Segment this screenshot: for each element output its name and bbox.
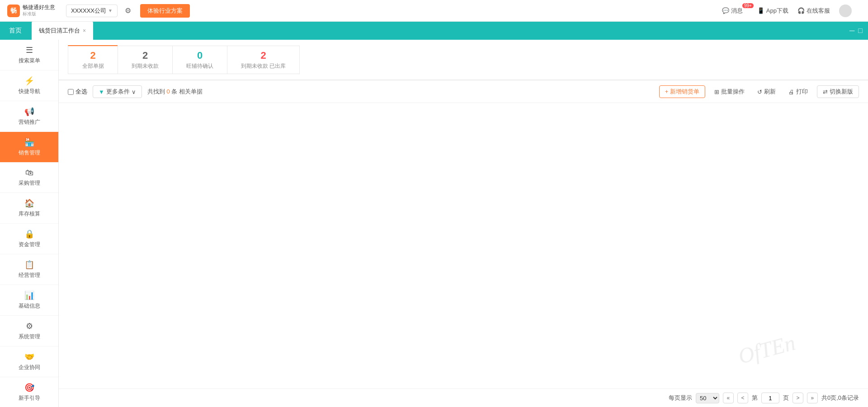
experience-button[interactable]: 体验行业方案 bbox=[140, 4, 190, 18]
inventory-label: 库存核算 bbox=[19, 210, 40, 218]
avatar[interactable] bbox=[839, 5, 852, 17]
messages-button[interactable]: 💬 消息 99+ bbox=[722, 7, 748, 15]
next-page-button[interactable]: > bbox=[793, 393, 803, 403]
main-layout: ☰ 搜索菜单 ⚡ 快捷导航 📢 营销推广 🏪 销售管理 🛍 采购管理 🏠 库存核… bbox=[0, 40, 868, 407]
sidebar-item-quick-nav[interactable]: ⚡ 快捷导航 bbox=[0, 70, 58, 101]
tab-active-label: 钱货日清工作台 bbox=[39, 27, 80, 35]
all-count: 2 bbox=[90, 50, 95, 61]
switch-icon: ⇄ bbox=[823, 89, 828, 95]
system-label: 系统管理 bbox=[19, 333, 40, 341]
toolbar: 全选 ▼ 更多条件 ∨ 共找到 0 条 相关单据 + 新增销货单 ⊞ 批量操作 bbox=[59, 81, 868, 103]
found-text: 共找到 0 条 相关单据 bbox=[147, 88, 203, 96]
batch-operation-button[interactable]: ⊞ 批量操作 bbox=[711, 86, 748, 98]
quick-nav-icon: ⚡ bbox=[24, 76, 34, 86]
cooperation-icon: 🤝 bbox=[24, 352, 34, 362]
settings-button[interactable]: ⚙ bbox=[121, 4, 135, 18]
app-download-icon: 📱 bbox=[757, 7, 764, 14]
tab-home[interactable]: 首页 bbox=[0, 22, 31, 40]
sidebar-item-cooperation[interactable]: 🤝 企业协同 bbox=[0, 346, 58, 377]
cooperation-label: 企业协同 bbox=[19, 364, 40, 371]
sales-icon: 🏪 bbox=[24, 137, 34, 147]
sidebar-item-basic-info[interactable]: 📊 基础信息 bbox=[0, 285, 58, 316]
per-page-select[interactable]: 50 100 bbox=[696, 393, 719, 403]
app-download-button[interactable]: 📱 App下载 bbox=[757, 7, 788, 15]
sidebar-item-marketing[interactable]: 📢 营销推广 bbox=[0, 101, 58, 132]
sidebar-item-guide[interactable]: 🎯 新手引导 bbox=[0, 377, 58, 407]
quick-nav-label: 快捷导航 bbox=[19, 88, 40, 95]
sidebar-item-sales[interactable]: 🏪 销售管理 bbox=[0, 132, 58, 163]
settings-icon: ⚙ bbox=[125, 6, 131, 15]
overdue-unshipped-label: 到期未收款 已出库 bbox=[241, 62, 286, 70]
stat-tab-wangwang-confirm[interactable]: 0 旺辅待确认 bbox=[172, 46, 227, 74]
tab-bar-actions: ─ □ bbox=[849, 27, 868, 35]
online-service-label: 在线客服 bbox=[807, 7, 830, 15]
switch-new-version-button[interactable]: ⇄ 切换新版 bbox=[817, 85, 859, 98]
logo-area: 畅 畅捷通好生意 标准版 bbox=[7, 4, 66, 18]
company-name: XXXXXX公司 bbox=[71, 7, 106, 15]
basic-info-icon: 📊 bbox=[24, 290, 34, 300]
stat-tab-overdue-unshipped[interactable]: 2 到期未收款 已出库 bbox=[227, 46, 300, 74]
total-label: 共0页,0条记录 bbox=[821, 394, 859, 402]
online-service-icon: 🎧 bbox=[797, 7, 805, 14]
content-area: 2 全部单据 2 到期未收款 0 旺辅待确认 2 到期未收款 已出库 全选 ▼ … bbox=[59, 40, 868, 407]
stats-tabs: 2 全部单据 2 到期未收款 0 旺辅待确认 2 到期未收款 已出库 bbox=[59, 40, 868, 80]
purchase-label: 采购管理 bbox=[19, 179, 40, 187]
inventory-icon: 🏠 bbox=[24, 198, 34, 208]
overdue-unshipped-count: 2 bbox=[261, 50, 266, 61]
refresh-icon: ↺ bbox=[757, 89, 762, 95]
search-menu-label: 搜索菜单 bbox=[19, 57, 40, 65]
tab-active[interactable]: 钱货日清工作台 × bbox=[32, 22, 93, 40]
messages-badge: 99+ bbox=[742, 3, 754, 8]
finance-icon: 🔒 bbox=[24, 229, 34, 239]
company-dropdown-icon: ▼ bbox=[108, 8, 113, 13]
message-icon: 💬 bbox=[722, 7, 729, 14]
first-page-button[interactable]: « bbox=[723, 393, 734, 403]
filter-icon: ▼ bbox=[99, 89, 104, 95]
all-label: 全部单据 bbox=[82, 62, 104, 70]
toolbar-right: + 新增销货单 ⊞ 批量操作 ↺ 刷新 🖨 打印 ⇄ 切换新版 bbox=[659, 85, 859, 98]
purchase-icon: 🛍 bbox=[25, 168, 33, 178]
sidebar-item-finance[interactable]: 🔒 资金管理 bbox=[0, 224, 58, 254]
last-page-button[interactable]: » bbox=[807, 393, 818, 403]
header-right: 💬 消息 99+ 📱 App下载 🎧 在线客服 bbox=[722, 5, 861, 17]
select-all-checkbox[interactable]: 全选 bbox=[68, 88, 87, 96]
tab-close-icon[interactable]: × bbox=[83, 28, 86, 34]
filter-button[interactable]: ▼ 更多条件 ∨ bbox=[93, 85, 142, 98]
found-count: 0 bbox=[167, 88, 170, 95]
wangwang-confirm-count: 0 bbox=[197, 50, 203, 61]
sidebar-item-system[interactable]: ⚙ 系统管理 bbox=[0, 316, 58, 346]
online-service-button[interactable]: 🎧 在线客服 bbox=[797, 7, 830, 15]
operations-label: 经营管理 bbox=[19, 271, 40, 279]
app-download-label: App下载 bbox=[766, 7, 788, 15]
stat-tab-overdue-unpaid[interactable]: 2 到期未收款 bbox=[118, 46, 172, 74]
marketing-label: 营销推广 bbox=[19, 118, 40, 126]
print-button[interactable]: 🖨 打印 bbox=[785, 86, 811, 98]
pagination: 每页显示 50 100 « < 第 页 > » 共0页,0条记录 bbox=[59, 388, 868, 407]
filter-label: 更多条件 bbox=[106, 88, 130, 96]
sales-label: 销售管理 bbox=[19, 149, 40, 157]
sidebar-item-operations[interactable]: 📋 经营管理 bbox=[0, 254, 58, 285]
company-selector[interactable]: XXXXXX公司 ▼ bbox=[66, 5, 118, 17]
sidebar-item-search-menu[interactable]: ☰ 搜索菜单 bbox=[0, 40, 58, 70]
prev-page-button[interactable]: < bbox=[737, 393, 748, 403]
add-sales-order-button[interactable]: + 新增销货单 bbox=[659, 85, 705, 98]
guide-label: 新手引导 bbox=[19, 394, 40, 402]
messages-label: 消息 bbox=[731, 7, 743, 15]
print-label: 打印 bbox=[796, 88, 808, 96]
page-input[interactable] bbox=[761, 393, 779, 403]
print-icon: 🖨 bbox=[788, 89, 794, 95]
overdue-unpaid-count: 2 bbox=[142, 50, 148, 61]
search-menu-icon: ☰ bbox=[26, 45, 33, 55]
sidebar-item-inventory[interactable]: 🏠 库存核算 bbox=[0, 193, 58, 224]
table-area bbox=[59, 103, 868, 388]
refresh-button[interactable]: ↺ 刷新 bbox=[754, 86, 779, 98]
select-all-input[interactable] bbox=[68, 89, 74, 95]
per-page-label: 每页显示 bbox=[669, 394, 692, 402]
refresh-label: 刷新 bbox=[764, 88, 776, 96]
wangwang-confirm-label: 旺辅待确认 bbox=[186, 62, 213, 70]
tab-maximize-icon[interactable]: □ bbox=[858, 27, 863, 35]
tab-minimize-icon[interactable]: ─ bbox=[849, 27, 854, 35]
stat-tab-all[interactable]: 2 全部单据 bbox=[68, 45, 118, 74]
sidebar-item-purchase[interactable]: 🛍 采购管理 bbox=[0, 163, 58, 193]
operations-icon: 📋 bbox=[24, 260, 34, 270]
